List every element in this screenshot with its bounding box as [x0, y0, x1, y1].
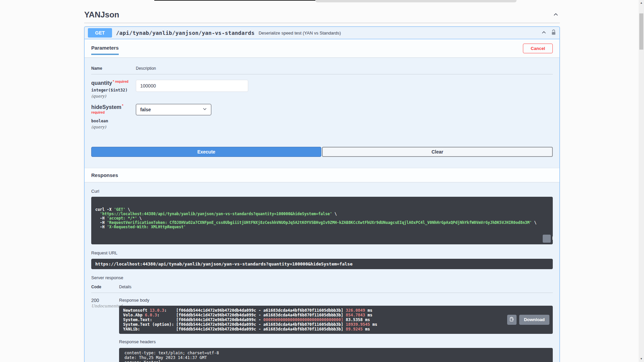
- param-location: (query): [91, 94, 136, 99]
- response-body-text: Newtonsoft 13.0.3:[f06ddb544c1d472e96b47…: [123, 308, 549, 331]
- server-response-code-header: Code: [91, 285, 119, 289]
- response-body-label: Response body: [119, 298, 553, 303]
- response-body-block: Newtonsoft 13.0.3:[f06ddb544c1d472e96b47…: [119, 306, 553, 334]
- clear-button[interactable]: Clear: [322, 147, 553, 157]
- chevron-up-icon: [553, 13, 558, 18]
- chevron-down-icon: [203, 107, 207, 112]
- server-response-details-header: Details: [119, 285, 131, 289]
- param-row-quantity: quantity* required integer($int32) (quer…: [91, 74, 553, 99]
- tab-parameters-label: Parameters: [91, 45, 119, 51]
- responses-section-header: Responses: [85, 168, 559, 182]
- swagger-wrapper: YANJson GET /api/tynab/yanlib/yanjson/ya…: [84, 0, 560, 362]
- clipboard-icon: [537, 231, 553, 244]
- curl-command-text: curl -X 'GET' \ 'https://localhost:44380…: [95, 207, 549, 229]
- param-location: (query): [91, 125, 136, 129]
- request-url-value: https://localhost:44380/api/tynab/yanlib…: [91, 259, 553, 269]
- endpoint-path: /api/tynab/yanlib/yanjson/yan-vs-standar…: [116, 30, 255, 36]
- curl-command-block: curl -X 'GET' \ 'https://localhost:44380…: [91, 197, 553, 244]
- collapse-operation-icon[interactable]: [541, 30, 546, 36]
- parameters-section: Name Description quantity* required inte…: [85, 57, 559, 168]
- param-type: boolean: [91, 119, 136, 123]
- scrollbar[interactable]: ▲ ▼: [639, 0, 644, 362]
- server-response-row: 200 Undocumented Response body Newtonsof…: [91, 293, 553, 362]
- responses-section-body: Curl curl -X 'GET' \ 'https://localhost:…: [85, 182, 559, 362]
- active-tab-underline: [91, 54, 119, 55]
- response-headers-block: content-type: text/plain; charset=utf-8d…: [119, 348, 553, 362]
- request-url-label: Request URL: [91, 250, 553, 255]
- param-type: integer($int32): [91, 88, 136, 93]
- section-collapse-button[interactable]: [552, 10, 560, 19]
- params-name-header: Name: [91, 66, 136, 71]
- param-required-label: * required: [113, 80, 128, 83]
- status-undocumented-note: Undocumented: [91, 304, 119, 308]
- scrollbar-thumb[interactable]: [639, 13, 643, 50]
- download-button[interactable]: Download: [519, 315, 549, 325]
- hidesystem-select[interactable]: false: [136, 104, 211, 115]
- method-badge: GET: [88, 28, 112, 38]
- window-top-tab-artifact: [315, 0, 517, 2]
- hidesystem-select-value: false: [140, 107, 151, 112]
- param-name: hideSystem: [91, 105, 121, 110]
- tab-parameters[interactable]: Parameters: [91, 45, 119, 55]
- clipboard-icon: [509, 317, 514, 323]
- param-row-hidesystem: hideSystem* required boolean (query) fal…: [91, 99, 553, 129]
- tab-header-row: Parameters Cancel: [85, 39, 559, 57]
- cancel-button[interactable]: Cancel: [523, 44, 553, 53]
- status-code: 200: [91, 298, 119, 303]
- server-response-label: Server response: [91, 275, 553, 280]
- response-headers-label: Response headers: [119, 339, 553, 344]
- operation-summary[interactable]: GET /api/tynab/yanlib/yanjson/yan-vs-sta…: [85, 27, 559, 39]
- quantity-input[interactable]: [136, 80, 248, 92]
- curl-label: Curl: [91, 189, 553, 194]
- param-name: quantity: [91, 80, 112, 86]
- unlocked-padlock-icon[interactable]: [551, 29, 556, 37]
- scrollbar-up-arrow[interactable]: ▲: [639, 1, 644, 5]
- endpoint-description: Deserialize speed test (YAN vs Standards…: [259, 31, 541, 36]
- page-title: YANJson: [84, 10, 119, 19]
- window-top-edge: [154, 0, 342, 1]
- execute-button[interactable]: Execute: [91, 147, 321, 157]
- copy-curl-button[interactable]: [543, 235, 551, 243]
- params-description-header: Description: [136, 66, 553, 71]
- scrollbar-down-arrow[interactable]: ▼: [639, 357, 644, 361]
- copy-response-button[interactable]: [507, 315, 517, 325]
- opblock-get: GET /api/tynab/yanlib/yanjson/yan-vs-sta…: [84, 26, 560, 362]
